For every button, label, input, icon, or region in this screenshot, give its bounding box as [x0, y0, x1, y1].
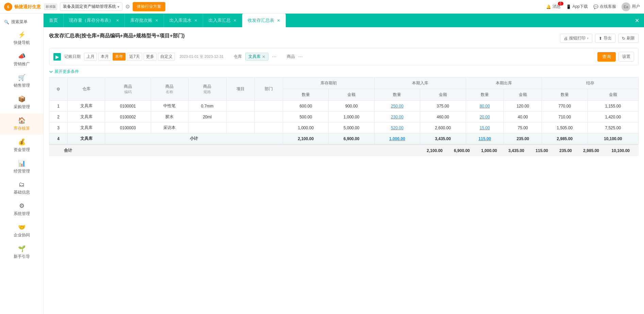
gear-icon[interactable]: ⚙	[125, 3, 130, 10]
sidebar-item-newbie[interactable]: 🌱 新手引导	[0, 242, 43, 263]
cell-project	[226, 112, 254, 122]
user-btn[interactable]: Ea 用户	[622, 2, 640, 11]
goods-more-btn[interactable]: ···	[298, 54, 303, 60]
marketing-icon: 📣	[18, 52, 26, 60]
tab-stock-dist-close[interactable]: ✕	[116, 18, 119, 23]
total-in-amt: 3,435.00	[500, 148, 528, 153]
printer-icon: 🖨	[564, 36, 568, 41]
tab-batch-label: 库存批次账	[130, 17, 152, 23]
th-out-qty: 数量	[466, 89, 504, 101]
inventory-icon: 🏠	[18, 117, 26, 124]
refresh-icon: ↻	[622, 36, 625, 41]
th-closing-amt: 金额	[588, 89, 638, 101]
tab-inout-flow-close[interactable]: ✕	[194, 18, 197, 23]
filter-date-this-year[interactable]: 本年	[113, 53, 126, 61]
cell-in-qty[interactable]: 520.00	[374, 122, 420, 133]
tab-home[interactable]: 首页	[44, 14, 64, 27]
th-closing-group: 结存	[542, 78, 639, 89]
settings-gear-icon[interactable]: ⚙	[56, 87, 60, 92]
tab-home-label: 首页	[49, 17, 58, 23]
expand-more-btn[interactable]: 展开更多条件	[49, 69, 639, 75]
sidebar-item-search[interactable]: 🔍 搜索菜单	[0, 16, 43, 28]
system-selector[interactable]: 装备及固定资产辅助管理系统 ▾	[60, 2, 122, 11]
tab-recv-send[interactable]: 收发存汇总表 ✕	[242, 14, 286, 27]
app-download-btn[interactable]: 📱 App下载	[566, 4, 588, 10]
service-icon: 💬	[593, 4, 598, 9]
tab-batch-close[interactable]: ✕	[155, 18, 158, 23]
tab-recv-send-close[interactable]: ✕	[277, 18, 280, 23]
sidebar-item-purchase[interactable]: 📦 采购管理	[0, 92, 43, 113]
experience-btn[interactable]: 体验行业方案	[133, 2, 165, 11]
subtotal-out-amt: 235.00	[504, 133, 542, 144]
sidebar-item-operations[interactable]: 📊 经营管理	[0, 156, 43, 178]
title-bar: 收发存汇总表(按仓库+商品编码+商品+规格型号+项目+部门) 🖨 按钮打印 ▾ …	[49, 33, 639, 44]
tab-batch[interactable]: 库存批次账 ✕	[125, 14, 164, 27]
th-warehouse: 仓库	[67, 78, 105, 101]
messages-btn[interactable]: 🔔 消息 6	[546, 4, 561, 10]
cell-warehouse: 文具库	[67, 112, 105, 122]
cell-goods-spec: 0.7mm	[188, 101, 226, 112]
cell-goods-spec: 20ml	[188, 112, 226, 122]
setting-btn[interactable]: 设置	[618, 52, 634, 62]
filter-date-7days[interactable]: 近7天	[127, 53, 142, 61]
page-title: 收发存汇总表(按仓库+商品编码+商品+规格型号+项目+部门)	[49, 33, 185, 39]
export-btn[interactable]: ⬆ 导出	[595, 34, 615, 43]
sidebar-item-basicinfo[interactable]: 🗂 基础信息	[0, 178, 43, 199]
sidebar-item-marketing[interactable]: 📣 营销推广	[0, 49, 43, 70]
print-btn[interactable]: 🖨 按钮打印 ▾	[560, 34, 592, 43]
cell-goods-name: 采访本	[151, 122, 188, 133]
sidebar-item-capital[interactable]: 💰 资金管理	[0, 135, 43, 156]
cell-in-qty[interactable]: 230.00	[374, 112, 420, 122]
tab-stock-dist[interactable]: 现存量（库存分布表） ✕	[64, 14, 125, 27]
top-bar: 6 畅捷通好生意 标准版 装备及固定资产辅助管理系统 ▾ ⚙ 体验行业方案 🔔 …	[0, 0, 644, 14]
filter-date-more[interactable]: 更多	[144, 53, 156, 61]
cell-in-qty[interactable]: 250.00	[374, 101, 420, 112]
subtotal-out-qty[interactable]: 115.00	[466, 133, 504, 144]
th-settings[interactable]: ⚙	[49, 78, 68, 101]
cell-out-qty[interactable]: 15.00	[466, 122, 504, 133]
footer-total: 合计 2,100.00 6,900.00 1,000.00 3,435.00 1…	[49, 144, 639, 156]
filter-date-custom[interactable]: 自定义	[158, 53, 175, 61]
subtotal-in-qty[interactable]: 1,000.00	[374, 133, 420, 144]
th-opening-group: 库存期初	[283, 78, 375, 89]
cell-out-qty[interactable]: 20.00	[466, 112, 504, 122]
sidebar-item-sales[interactable]: 🛒 销售管理	[0, 70, 43, 92]
data-table: ⚙ 仓库 商品编码 商品名称 商品规格 项目 部门 库存期初 本期入库 本期出库…	[49, 77, 639, 144]
th-in-amt: 金额	[420, 89, 466, 101]
tab-inout-summary[interactable]: 出入库汇总 ✕	[203, 14, 242, 27]
top-bar-left: 6 畅捷通好生意 标准版 装备及固定资产辅助管理系统 ▾ ⚙ 体验行业方案	[4, 2, 165, 11]
online-service-btn[interactable]: 💬 在线客服	[593, 4, 616, 10]
filter-collapse-btn[interactable]: ▶	[53, 53, 61, 61]
warehouse-tag: 文具库 ✕	[245, 53, 268, 61]
table-row: 1 文具库 0100001 中性笔 0.7mm 600.00 900.00 25…	[49, 101, 639, 112]
cell-out-qty[interactable]: 80.00	[466, 101, 504, 112]
query-btn[interactable]: 查询	[597, 52, 616, 62]
sidebar-item-system[interactable]: ⚙ 系统管理	[0, 199, 43, 220]
cell-project	[226, 101, 254, 112]
filter-date-last-month[interactable]: 上月	[84, 53, 97, 61]
content-area: 首页 现存量（库存分布表） ✕ 库存批次账 ✕ 出入库流水 ✕ 出入库汇总 ✕	[44, 14, 644, 314]
tab-inout-summary-close[interactable]: ✕	[233, 18, 236, 23]
sidebar: 🔍 搜索菜单 ⚡ 快捷导航 📣 营销推广 🛒 销售管理 📦 采购管理 🏠	[0, 14, 44, 314]
sidebar-item-quicknav[interactable]: ⚡ 快捷导航	[0, 28, 43, 49]
warehouse-tag-close[interactable]: ✕	[262, 54, 265, 59]
subtotal-label: 小计	[105, 133, 283, 144]
main-body: 🔍 搜索菜单 ⚡ 快捷导航 📣 营销推广 🛒 销售管理 📦 采购管理 🏠	[0, 14, 644, 314]
operations-icon: 📊	[18, 160, 26, 167]
cell-out-amt: 75.00	[504, 122, 542, 133]
refresh-btn[interactable]: ↻ 刷新	[618, 34, 639, 43]
filter-date-this-month[interactable]: 本月	[98, 53, 111, 61]
warehouse-more-btn[interactable]: ···	[272, 54, 276, 60]
cell-out-amt: 120.00	[504, 101, 542, 112]
th-goods-name: 商品名称	[151, 78, 188, 101]
operations-label: 经营管理	[14, 168, 30, 174]
sidebar-item-enterprise[interactable]: 🤝 企业协同	[0, 220, 43, 242]
tab-inout-flow[interactable]: 出入库流水 ✕	[164, 14, 203, 27]
sidebar-item-inventory[interactable]: 🏠 库存核算	[0, 113, 43, 135]
tab-bar-close-all[interactable]: ✕	[630, 17, 644, 24]
cell-closing-amt: 1,420.00	[588, 112, 638, 122]
subtotal-no: 4	[49, 133, 68, 144]
th-goods-code: 商品编码	[105, 78, 151, 101]
subtotal-closing-amt: 10,100.00	[588, 133, 638, 144]
cell-goods-spec	[188, 122, 226, 133]
